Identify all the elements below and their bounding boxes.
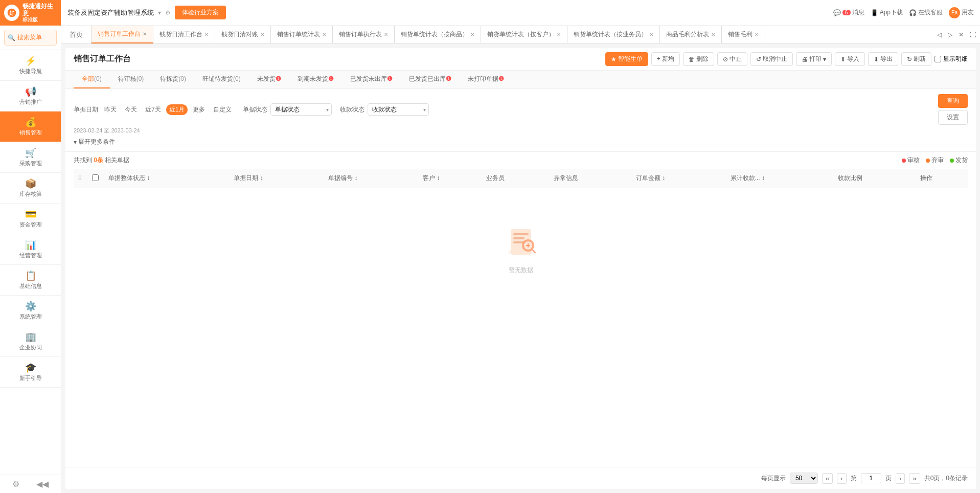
sidebar-item-quick-nav[interactable]: ⚡ 快捷导航 xyxy=(0,50,61,81)
status-tab-shipped-out[interactable]: 已发货已出库❶ xyxy=(401,71,460,88)
sidebar-item-basic-info[interactable]: 📋 基础信息 xyxy=(0,265,61,296)
status-tab-all[interactable]: 全部(0) xyxy=(74,71,110,88)
settings-footer-btn[interactable]: ⚙ xyxy=(12,479,19,489)
tab-close-cash-reconcile[interactable]: ✕ xyxy=(260,32,264,37)
tab-nav-prev[interactable]: ◁ xyxy=(935,30,944,39)
tab-close-sales-stats[interactable]: ✕ xyxy=(322,32,326,37)
current-page-input[interactable] xyxy=(861,473,881,483)
export-button[interactable]: ⬇ 导出 xyxy=(868,52,898,66)
tab-close-cash-daily[interactable]: ✕ xyxy=(204,32,209,37)
date-btn-custom[interactable]: 自定义 xyxy=(210,104,235,115)
cancel-stop-button[interactable]: ↺ 取消中止 xyxy=(750,52,793,66)
payment-select[interactable]: 收款状态 xyxy=(368,103,429,116)
tab-summary-customer[interactable]: 销货单统计表（按客户） ✕ xyxy=(481,26,567,43)
tab-close-sales-workbench[interactable]: ✕ xyxy=(143,31,147,37)
status-tab-wangpu[interactable]: 旺铺待发货(0) xyxy=(194,71,249,88)
sidebar-item-finance[interactable]: 💳 资金管理 xyxy=(0,204,61,234)
tab-sales-stats[interactable]: 销售订单统计表 ✕ xyxy=(271,26,333,43)
tab-cash-reconcile[interactable]: 钱货日清对账 ✕ xyxy=(215,26,271,43)
refresh-button[interactable]: ↻ 刷新 xyxy=(901,52,931,66)
dropdown-icon[interactable]: ▾ xyxy=(158,9,161,16)
date-btn-7days[interactable]: 近7天 xyxy=(142,104,164,115)
date-btn-more[interactable]: 更多 xyxy=(190,104,208,115)
tab-sales-exec[interactable]: 销售订单执行表 ✕ xyxy=(333,26,395,43)
select-all-checkbox[interactable] xyxy=(92,174,99,181)
sort-customer[interactable]: 客户 ↕ xyxy=(423,174,440,182)
first-page-button[interactable]: « xyxy=(822,473,833,484)
tab-label-sales-stats: 销售订单统计表 xyxy=(277,30,320,39)
tab-close-sales-more[interactable]: ✕ xyxy=(755,32,759,37)
tab-home[interactable]: 首页 xyxy=(61,26,92,43)
tab-gross-analysis[interactable]: 商品毛利分析表 ✕ xyxy=(660,26,722,43)
tab-nav-next[interactable]: ▷ xyxy=(946,30,954,39)
tab-close-summary-staff[interactable]: ✕ xyxy=(649,32,653,37)
tab-close-gross-analysis[interactable]: ✕ xyxy=(711,32,715,37)
prev-page-button[interactable]: ‹ xyxy=(837,473,846,484)
import-button[interactable]: ⬆ 导入 xyxy=(835,52,865,66)
sort-date[interactable]: 单据日期 ↕ xyxy=(234,174,263,182)
tab-summary-product[interactable]: 销货单统计表（按商品） ✕ xyxy=(395,26,481,43)
status-tab-pending-review[interactable]: 待审核(0) xyxy=(110,71,152,88)
cancel-review-action[interactable]: 弃审 xyxy=(926,156,944,165)
sidebar-item-marketing[interactable]: 📢 营销推广 xyxy=(0,81,61,111)
status-tab-overdue-not-shipped[interactable]: 到期未发货❶ xyxy=(289,71,342,88)
expand-filter-label: 展开更多条件 xyxy=(78,138,115,146)
delete-button[interactable]: 🗑 删除 xyxy=(683,52,714,66)
search-menu-button[interactable]: 🔍 搜索菜单 xyxy=(4,30,57,46)
settings-icon[interactable]: ⚙ xyxy=(165,9,171,16)
sort-received[interactable]: 累计收款... ↕ xyxy=(731,174,765,182)
date-filter-value: 昨天 今天 近7天 近1月 更多 自定义 xyxy=(101,104,235,115)
tab-sales-workbench[interactable]: 销售订单工作台 ✕ xyxy=(92,26,153,43)
ship-action[interactable]: 发货 xyxy=(950,156,968,165)
status-tab-not-printed[interactable]: 未打印单据❶ xyxy=(460,71,512,88)
status-select[interactable]: 单据状态 xyxy=(270,103,332,116)
user-action[interactable]: Ea 用友 xyxy=(949,7,974,18)
smart-create-button[interactable]: ★ 智能生单 xyxy=(605,52,648,66)
message-action[interactable]: 💬 6 消息 xyxy=(833,8,864,17)
tab-close-summary-product[interactable]: ✕ xyxy=(470,32,474,37)
status-tab-pending-pick[interactable]: 待拣货(0) xyxy=(152,71,194,88)
set-button[interactable]: 设置 xyxy=(938,110,968,125)
print-button[interactable]: 🖨 打印 ▾ xyxy=(796,52,832,66)
collapse-footer-btn[interactable]: ◀◀ xyxy=(36,479,49,489)
tab-cash-daily[interactable]: 钱货日清工作台 ✕ xyxy=(153,26,215,43)
sidebar-label-purchase: 采购管理 xyxy=(19,160,42,167)
col-ratio: 收款比例 xyxy=(834,169,916,188)
date-btn-yesterday[interactable]: 昨天 xyxy=(101,104,120,115)
sort-status[interactable]: 单据整体状态 ↕ xyxy=(108,174,150,182)
expand-filter-button[interactable]: ▾ 展开更多条件 xyxy=(74,138,968,146)
online-service-action[interactable]: 🎧 在线客服 xyxy=(909,8,943,17)
review-action[interactable]: 审核 xyxy=(902,156,920,165)
tab-close-sales-exec[interactable]: ✕ xyxy=(384,32,388,37)
app-download-action[interactable]: 📱 App下载 xyxy=(871,8,903,17)
show-detail-label[interactable]: 显示明细 xyxy=(935,55,968,63)
status-tab-shipped-not-out[interactable]: 已发货未出库❶ xyxy=(342,71,401,88)
sort-number[interactable]: 单据编号 ↕ xyxy=(328,174,357,182)
sidebar-item-guide[interactable]: 🎓 新手引导 xyxy=(0,357,61,388)
tab-close-summary-customer[interactable]: ✕ xyxy=(557,32,561,37)
delete-icon: 🗑 xyxy=(689,56,695,63)
sidebar-item-enterprise[interactable]: 🏢 企业协同 xyxy=(0,326,61,357)
date-btn-1month[interactable]: 近1月 xyxy=(166,104,188,115)
add-button[interactable]: + 新增 xyxy=(651,52,680,66)
show-detail-checkbox[interactable] xyxy=(935,56,941,62)
page-size-select[interactable]: 50 10 20 100 xyxy=(790,473,818,484)
sidebar-item-inventory[interactable]: 📦 库存核算 xyxy=(0,173,61,204)
last-page-button[interactable]: » xyxy=(909,473,920,484)
industry-solution-button[interactable]: 体验行业方案 xyxy=(175,6,226,19)
sidebar-item-operations[interactable]: 📊 经营管理 xyxy=(0,234,61,265)
sidebar-item-purchase[interactable]: 🛒 采购管理 xyxy=(0,142,61,173)
export-label: 导出 xyxy=(880,55,893,63)
date-btn-today[interactable]: 今天 xyxy=(122,104,140,115)
tab-sales-more[interactable]: 销售毛利 ✕ xyxy=(722,26,765,43)
status-tab-not-shipped[interactable]: 未发货❶ xyxy=(249,71,289,88)
next-page-button[interactable]: › xyxy=(896,473,905,484)
tab-close-all[interactable]: ✕ xyxy=(956,30,966,39)
sort-amount[interactable]: 订单金额 ↕ xyxy=(636,174,665,182)
sidebar-item-sales[interactable]: 💰 销售管理 xyxy=(0,111,61,142)
stop-button[interactable]: ⊘ 中止 xyxy=(717,52,747,66)
query-button[interactable]: 查询 xyxy=(938,94,968,108)
sidebar-item-system[interactable]: ⚙️ 系统管理 xyxy=(0,296,61,326)
tab-fullscreen[interactable]: ⛶ xyxy=(968,30,978,39)
tab-summary-staff[interactable]: 销货单统计表（按业务员） ✕ xyxy=(567,26,660,43)
